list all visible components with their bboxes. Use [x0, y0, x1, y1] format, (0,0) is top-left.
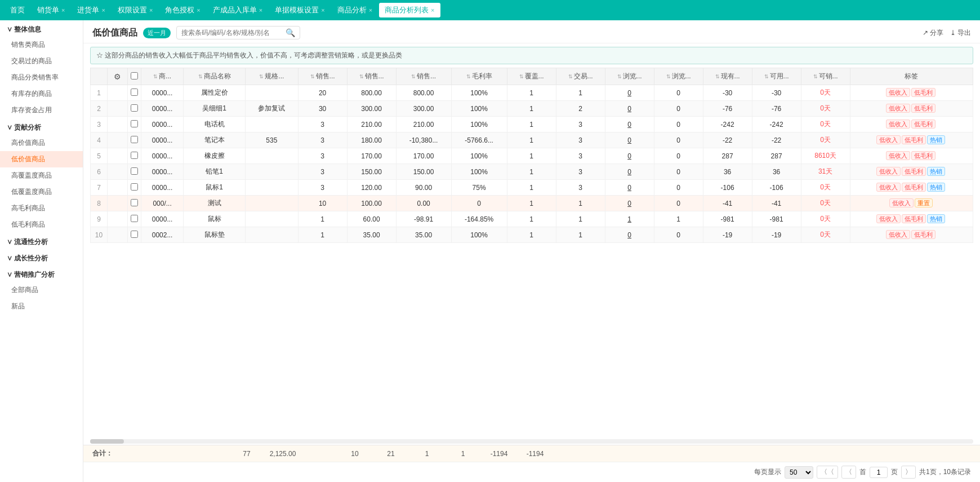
row-checkbox[interactable]	[131, 167, 138, 175]
th-code[interactable]: ⇅商...	[141, 68, 184, 85]
page-number-input[interactable]	[870, 467, 888, 478]
row-checkbox[interactable]	[131, 215, 138, 222]
row-sales-amount: 170.00	[347, 148, 396, 164]
sidebar-group[interactable]: ∨ 营销推广分析	[0, 266, 83, 282]
scrollbar-thumb[interactable]	[90, 439, 124, 444]
row-checkbox[interactable]	[131, 89, 138, 96]
nav-item-单据模板设置[interactable]: 单据模板设置 ×	[269, 3, 330, 17]
nav-item-商品分析[interactable]: 商品分析 ×	[332, 3, 378, 17]
nav-close-icon[interactable]: ×	[259, 7, 262, 14]
th-sellable[interactable]: ⇅可销...	[801, 68, 850, 85]
nav-close-icon[interactable]: ×	[369, 7, 372, 14]
nav-close-icon[interactable]: ×	[431, 7, 434, 14]
th-tags[interactable]: 标签	[850, 68, 973, 85]
browse1-link[interactable]: 0	[627, 231, 631, 239]
footer-browse2: 1	[446, 450, 480, 458]
browse1-link[interactable]: 0	[627, 136, 631, 144]
th-browse2[interactable]: ⇅浏览...	[654, 68, 703, 85]
sidebar-group[interactable]: ∨ 贡献分析	[0, 118, 83, 135]
row-checkbox[interactable]	[131, 199, 138, 206]
next-page-button[interactable]: 〉	[901, 466, 916, 479]
nav-item-进货单[interactable]: 进货单 ×	[72, 3, 110, 17]
sidebar-group[interactable]: ∨ 流通性分析	[0, 233, 83, 249]
th-available[interactable]: ⇅可用...	[752, 68, 801, 85]
sidebar-item-销售类商品[interactable]: 销售类商品	[0, 37, 83, 53]
horizontal-scrollbar[interactable]	[90, 439, 973, 444]
row-checkbox-cell	[128, 211, 141, 227]
export-button[interactable]: ⤓ 导出	[950, 28, 971, 38]
th-spec[interactable]: ⇅规格...	[246, 68, 299, 85]
row-coverage: 1	[507, 117, 556, 132]
time-tag[interactable]: 近一月	[143, 28, 171, 38]
browse1-link[interactable]: 1	[627, 215, 631, 223]
page-size-select[interactable]: 50 100 200	[785, 466, 813, 479]
footer-coverage: 10	[338, 450, 372, 458]
browse1-link[interactable]: 0	[627, 184, 631, 192]
row-available: -106	[752, 180, 801, 196]
th-name[interactable]: ⇅商品名称	[184, 68, 246, 85]
browse1-link[interactable]: 0	[627, 121, 631, 129]
browse1-link[interactable]: 0	[627, 89, 631, 97]
th-coverage[interactable]: ⇅覆盖...	[507, 68, 556, 85]
th-sales_cost[interactable]: ⇅销售...	[396, 68, 451, 85]
sidebar-item-商品分类销售率[interactable]: 商品分类销售率	[0, 69, 83, 86]
nav-close-icon[interactable]: ×	[197, 7, 200, 14]
th-sales_qty[interactable]: ⇅销售...	[298, 68, 347, 85]
sidebar-item-低价值商品[interactable]: 低价值商品	[0, 151, 83, 167]
search-icon[interactable]: 🔍	[286, 28, 295, 37]
sidebar-item-高毛利商品[interactable]: 高毛利商品	[0, 200, 83, 216]
nav-item-角色授权[interactable]: 角色授权 ×	[159, 3, 206, 17]
row-checkbox[interactable]	[131, 183, 138, 191]
th-margin[interactable]: ⇅毛利率	[451, 68, 507, 85]
browse1-link[interactable]: 0	[627, 152, 631, 160]
row-name: 鼠标	[184, 211, 246, 227]
share-button[interactable]: ↗ 分享	[923, 28, 943, 38]
select-all-checkbox[interactable]	[131, 72, 138, 79]
sidebar-item-库存资金占用[interactable]: 库存资金占用	[0, 102, 83, 118]
th-current[interactable]: ⇅现有...	[703, 68, 752, 85]
row-browse2: 0	[654, 164, 703, 180]
sidebar-item-有库存的商品[interactable]: 有库存的商品	[0, 86, 83, 102]
share-icon: ↗	[923, 29, 928, 37]
nav-close-icon[interactable]: ×	[149, 7, 153, 14]
row-current: -981	[703, 211, 752, 227]
th-trade[interactable]: ⇅交易...	[556, 68, 605, 85]
sidebar-item-低毛利商品[interactable]: 低毛利商品	[0, 216, 83, 233]
row-checkbox[interactable]	[131, 136, 138, 143]
first-page-button[interactable]: 〈〈	[817, 466, 838, 479]
row-spec: 535	[246, 132, 299, 148]
browse1-link[interactable]: 0	[627, 200, 631, 207]
nav-item-产成品入库单[interactable]: 产成品入库单 ×	[207, 3, 268, 17]
th-browse1[interactable]: ⇅浏览...	[605, 68, 654, 85]
search-input[interactable]	[181, 29, 283, 37]
row-checkbox[interactable]	[131, 152, 138, 159]
nav-close-icon[interactable]: ×	[61, 7, 65, 14]
th-sales_amount[interactable]: ⇅销售...	[347, 68, 396, 85]
row-checkbox[interactable]	[131, 120, 138, 127]
sidebar-item-交易过的商品[interactable]: 交易过的商品	[0, 53, 83, 69]
sidebar-group[interactable]: ∨ 成长性分析	[0, 249, 83, 266]
th-settings[interactable]: ⚙	[108, 68, 128, 85]
browse1-link[interactable]: 0	[627, 105, 631, 113]
nav-close-icon[interactable]: ×	[321, 7, 324, 14]
nav-close-icon[interactable]: ×	[101, 7, 105, 14]
row-tags: 低收入低毛利	[850, 148, 973, 164]
sidebar-item-高价值商品[interactable]: 高价值商品	[0, 135, 83, 151]
th-checkbox[interactable]	[128, 68, 141, 85]
tag-低收入: 低收入	[886, 230, 910, 239]
nav-item-销货单[interactable]: 销货单 ×	[32, 3, 70, 17]
sidebar-item-新品[interactable]: 新品	[0, 298, 83, 315]
nav-item-首页[interactable]: 首页	[5, 3, 30, 17]
sidebar-item-低覆盖度商品[interactable]: 低覆盖度商品	[0, 184, 83, 200]
sidebar-group[interactable]: ∨ 整体信息	[0, 20, 83, 37]
row-checkbox[interactable]	[131, 104, 138, 112]
browse1-link[interactable]: 0	[627, 168, 631, 176]
row-checkbox[interactable]	[131, 231, 138, 238]
sidebar-item-高覆盖度商品[interactable]: 高覆盖度商品	[0, 167, 83, 184]
prev-page-button[interactable]: 〈	[841, 466, 856, 479]
sidebar-item-全部商品[interactable]: 全部商品	[0, 282, 83, 298]
nav-item-商品分析列表[interactable]: 商品分析列表 ×	[379, 3, 440, 17]
nav-item-权限设置[interactable]: 权限设置 ×	[112, 3, 158, 17]
row-num: 3	[91, 117, 108, 132]
table-container[interactable]: ⚙⇅商...⇅商品名称⇅规格...⇅销售...⇅销售...⇅销售...⇅毛利率⇅…	[83, 68, 980, 438]
